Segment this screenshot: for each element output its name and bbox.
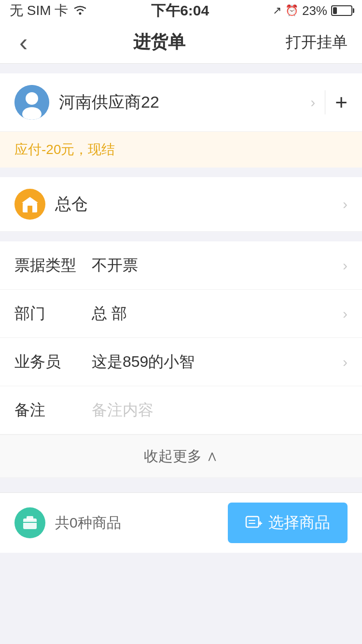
salesman-value: 这是859的小智 (92, 351, 343, 373)
wifi-icon (73, 3, 87, 18)
salesman-label: 业务员 (14, 351, 92, 373)
remark-row[interactable]: 备注 备注内容 (0, 386, 362, 434)
alarm-icon: ⏰ (285, 4, 298, 17)
department-chevron-icon: › (343, 306, 348, 322)
battery-icon (331, 5, 352, 16)
battery-percent: 23% (302, 3, 327, 18)
svg-marker-5 (22, 197, 38, 203)
divider-3 (0, 232, 362, 241)
remark-label: 备注 (14, 400, 92, 421)
divider-1 (0, 64, 362, 73)
invoice-value: 不开票 (92, 255, 343, 276)
divider-2 (0, 168, 362, 177)
warehouse-chevron-icon: › (343, 196, 348, 212)
form-section: 票据类型 不开票 › 部门 总 部 › 业务员 这是859的小智 › 备注 备注… (0, 241, 362, 434)
location-icon: ↗ (273, 4, 281, 17)
supplier-row[interactable]: 河南供应商22 › + (0, 73, 362, 132)
status-bar: 无 SIM 卡 下午6:04 ↗ ⏰ 23% (0, 0, 362, 21)
product-count-icon (14, 507, 45, 538)
collapse-label: 收起更多 ∧ (144, 447, 218, 466)
department-label: 部门 (14, 303, 92, 324)
carrier-text: 无 SIM 卡 (10, 1, 68, 20)
department-value: 总 部 (92, 303, 343, 324)
svg-rect-6 (28, 206, 32, 212)
nav-bar: ‹ 进货单 打开挂单 (0, 21, 362, 64)
svg-point-0 (79, 13, 82, 15)
divider-4 (0, 478, 362, 492)
supplier-chevron-icon: › (310, 94, 315, 111)
open-pending-button[interactable]: 打开挂单 (286, 32, 348, 53)
supplier-right-actions: › + (310, 90, 348, 114)
invoice-chevron-icon: › (343, 257, 348, 274)
invoice-label: 票据类型 (14, 255, 92, 276)
bottom-bar: 共0种商品 选择商品 (0, 492, 362, 553)
status-right: ↗ ⏰ 23% (273, 3, 352, 18)
warehouse-icon (14, 189, 45, 220)
warehouse-section: 总仓 › (0, 177, 362, 232)
supplier-name: 河南供应商22 (59, 91, 310, 113)
supplier-section: 河南供应商22 › + 应付-20元，现结 (0, 73, 362, 168)
collapse-button[interactable]: 收起更多 ∧ (0, 434, 362, 478)
notice-banner: 应付-20元，现结 (0, 132, 362, 168)
svg-rect-8 (27, 516, 33, 520)
status-left: 无 SIM 卡 (10, 1, 87, 20)
supplier-avatar (14, 85, 49, 120)
divider-vertical (325, 90, 325, 114)
warehouse-name: 总仓 (55, 193, 343, 215)
select-product-label: 选择商品 (268, 512, 330, 533)
notice-text: 应付-20元，现结 (14, 142, 115, 157)
select-product-button[interactable]: 选择商品 (228, 503, 348, 543)
svg-rect-7 (23, 518, 37, 529)
invoice-row[interactable]: 票据类型 不开票 › (0, 241, 362, 290)
back-button[interactable]: ‹ (14, 23, 32, 62)
salesman-row[interactable]: 业务员 这是859的小智 › (0, 338, 362, 386)
svg-rect-10 (246, 517, 259, 527)
status-time: 下午6:04 (151, 1, 209, 21)
add-supplier-button[interactable]: + (335, 90, 348, 114)
svg-point-2 (26, 92, 38, 105)
salesman-chevron-icon: › (343, 354, 348, 370)
product-count-text: 共0种商品 (55, 513, 218, 533)
warehouse-row[interactable]: 总仓 › (0, 177, 362, 232)
remark-input[interactable]: 备注内容 (92, 400, 348, 421)
department-row[interactable]: 部门 总 部 › (0, 290, 362, 338)
page-title: 进货单 (133, 30, 185, 54)
